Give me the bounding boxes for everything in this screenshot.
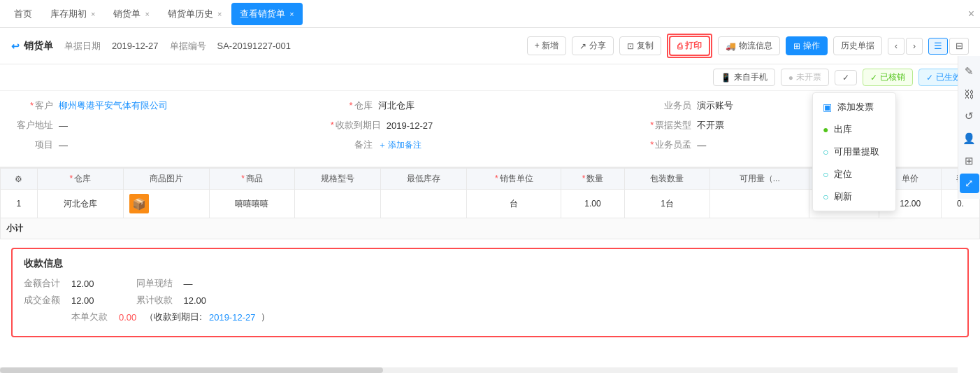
nav-arrows: ‹ › bbox=[888, 38, 923, 55]
staff-field: 业务员 演示账号 bbox=[649, 99, 969, 112]
next-arrow[interactable]: › bbox=[906, 38, 923, 55]
print-button[interactable]: ⎙ 打印 bbox=[669, 36, 710, 56]
sidebar-edit-icon[interactable]: ✎ bbox=[960, 62, 979, 81]
address-field: 客户地址 — bbox=[11, 119, 331, 132]
sidebar-grid-icon[interactable]: ⊞ bbox=[960, 151, 979, 171]
total-field: 金额合计 12.00 bbox=[24, 277, 94, 290]
share-button[interactable]: ↗ 分享 bbox=[572, 36, 614, 55]
history-docs-button[interactable]: 历史单据 bbox=[833, 36, 882, 55]
sidebar-user-icon[interactable]: 👤 bbox=[960, 129, 979, 148]
prev-arrow[interactable]: ‹ bbox=[888, 38, 905, 55]
col-qty: 数量 bbox=[561, 169, 624, 190]
sidebar-expand-icon[interactable]: ⤢ bbox=[960, 174, 979, 193]
row-warehouse: 河北仓库 bbox=[37, 190, 123, 218]
same-order-field: 同单现结 — bbox=[136, 277, 193, 290]
tab-kucun-label: 库存期初 bbox=[50, 8, 87, 20]
grid-icon: ⊞ bbox=[793, 41, 800, 51]
check-circle-icon: ✓ bbox=[870, 73, 877, 83]
tab-view-close[interactable]: × bbox=[289, 10, 294, 18]
tab-kucun-close[interactable]: × bbox=[91, 10, 95, 18]
new-button[interactable]: + 新增 bbox=[527, 36, 566, 55]
doc-actions: + 新增 ↗ 分享 ⊡ 复制 ⎙ 打印 🚚 物流信息 ⊞ 操作 bbox=[527, 34, 969, 58]
date-label: 单据日期 bbox=[64, 40, 101, 52]
warehouse-label: 仓库 bbox=[331, 99, 373, 112]
copy-button[interactable]: ⊡ 复制 bbox=[619, 36, 661, 55]
biz-staff-field: 业务员孟 — bbox=[649, 139, 969, 151]
check-circle-blue-icon: ✓ bbox=[926, 73, 933, 83]
tab-home[interactable]: 首页 bbox=[6, 3, 41, 25]
tab-view[interactable]: 查看销货单 × bbox=[231, 3, 302, 25]
plus-icon: ＋ bbox=[378, 139, 387, 151]
available-qty-label: 可用量提取 bbox=[834, 146, 879, 158]
row-available bbox=[710, 190, 809, 218]
doc-title: ↩ 销货单 bbox=[11, 40, 53, 52]
balance-note: （收款到期日: bbox=[145, 311, 202, 323]
tab-history-label: 销货单历史 bbox=[168, 8, 213, 20]
right-sidebar: ✎ ⛓ ↺ 👤 ⊞ ⤢ bbox=[958, 56, 980, 199]
window-close-btn[interactable]: × bbox=[968, 8, 974, 20]
row-min-stock bbox=[381, 190, 467, 218]
warehouse-field: 仓库 河北仓库 bbox=[331, 99, 650, 112]
total-label: 金额合计 bbox=[24, 277, 66, 290]
operation-button[interactable]: ⊞ 操作 bbox=[786, 36, 828, 55]
card-view-btn[interactable]: ⊟ bbox=[949, 38, 969, 55]
from-phone-btn[interactable]: 📱 来自手机 bbox=[713, 69, 775, 86]
print-highlight-box: ⎙ 打印 bbox=[667, 34, 712, 58]
row-no: 1 bbox=[1, 190, 38, 218]
logistics-button[interactable]: 🚚 物流信息 bbox=[718, 36, 780, 55]
tab-history-close[interactable]: × bbox=[217, 10, 222, 18]
list-view-btn[interactable]: ☰ bbox=[928, 38, 948, 55]
tab-home-label: 首页 bbox=[14, 8, 32, 20]
tab-xiaohuo-close[interactable]: × bbox=[145, 10, 149, 18]
project-field: 项目 — bbox=[11, 139, 331, 151]
same-order-value: — bbox=[184, 279, 193, 289]
sidebar-refresh-icon[interactable]: ↺ bbox=[960, 106, 979, 126]
staff-label: 业务员 bbox=[649, 99, 691, 112]
tab-history[interactable]: 销货单历史 × bbox=[159, 3, 230, 25]
date-value: 2019-12-27 bbox=[112, 41, 159, 51]
doc-meta: 单据日期 2019-12-27 单据编号 SA-20191227-001 bbox=[64, 40, 291, 52]
payment-date-label: 收款到期日 bbox=[331, 119, 381, 132]
transaction-value: 12.00 bbox=[71, 295, 94, 306]
operation-dropdown: ▣ 添加发票 ● 出库 ○ 可用量提取 ○ 定位 ○ 刷新 bbox=[812, 92, 896, 211]
not-opened-btn[interactable]: ● 未开票 bbox=[781, 69, 829, 86]
outbound-icon: ● bbox=[823, 124, 828, 135]
add-invoice-item[interactable]: ▣ 添加发票 bbox=[813, 96, 895, 118]
horizontal-scrollbar[interactable] bbox=[0, 367, 958, 373]
product-thumbnail: 📦 bbox=[129, 194, 149, 213]
yanxiao-badge: ✓ 已核销 bbox=[863, 69, 913, 86]
number-label: 单据编号 bbox=[170, 40, 206, 52]
add-note-button[interactable]: ＋ 添加备注 bbox=[378, 139, 421, 151]
subtotal-row: 小计 bbox=[1, 218, 980, 239]
print-icon: ⎙ bbox=[677, 41, 682, 51]
share-icon: ↗ bbox=[579, 41, 586, 51]
bill-icon: ● bbox=[788, 73, 793, 83]
balance-label: 本单欠款 bbox=[71, 311, 113, 323]
payment-row-2: 成交金额 12.00 累计收款 12.00 bbox=[24, 294, 956, 307]
col-settings[interactable]: ⚙ bbox=[1, 169, 38, 190]
confirm-btn[interactable]: ✓ bbox=[835, 70, 857, 85]
payment-section: 收款信息 金额合计 12.00 同单现结 — 成交金额 12.00 累计收款 1… bbox=[11, 248, 969, 337]
scrollbar-thumb[interactable] bbox=[0, 367, 383, 373]
add-invoice-label: 添加发票 bbox=[837, 101, 874, 113]
available-qty-item[interactable]: ○ 可用量提取 bbox=[813, 141, 895, 163]
tab-xiaohuo-label: 销货单 bbox=[113, 8, 140, 20]
sidebar-link-icon[interactable]: ⛓ bbox=[960, 84, 979, 104]
customer-label: 客户 bbox=[11, 99, 53, 112]
refresh-item[interactable]: ○ 刷新 bbox=[813, 185, 895, 208]
tab-xiaohuo[interactable]: 销货单 × bbox=[105, 3, 157, 25]
note-label: 备注 bbox=[331, 139, 373, 151]
tab-kucun[interactable]: 库存期初 × bbox=[42, 3, 103, 25]
balance-date[interactable]: 2019-12-27 bbox=[209, 312, 256, 323]
invoice-icon: ▣ bbox=[823, 101, 832, 113]
customer-value[interactable]: 柳州粤港平安气体有限公司 bbox=[59, 99, 168, 112]
col-spec: 规格型号 bbox=[295, 169, 381, 190]
settings-icon: ⚙ bbox=[15, 174, 22, 184]
locate-item[interactable]: ○ 定位 bbox=[813, 163, 895, 185]
row-unit: 台 bbox=[467, 190, 561, 218]
payment-date-field: 收款到期日 2019-12-27 bbox=[331, 119, 650, 132]
row-product: 嘻嘻嘻嘻 bbox=[209, 190, 295, 218]
tab-bar: 首页 库存期初 × 销货单 × 销货单历史 × 查看销货单 × × bbox=[0, 0, 980, 28]
row-spec bbox=[295, 190, 381, 218]
outbound-item[interactable]: ● 出库 bbox=[813, 118, 895, 141]
